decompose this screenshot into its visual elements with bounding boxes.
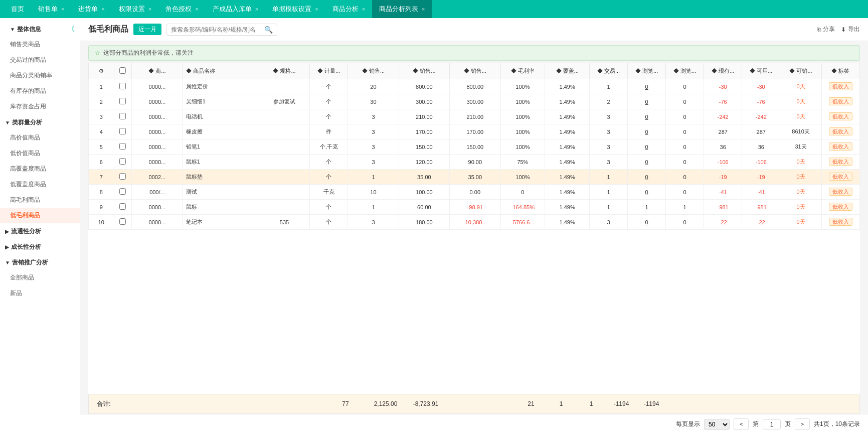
sidebar-item-high-value[interactable]: 高价值商品 — [0, 130, 80, 146]
sidebar-item-traded-goods[interactable]: 交易过的商品 — [0, 52, 80, 68]
nav-goods-analysis-list[interactable]: 商品分析列表 × — [372, 0, 432, 18]
row-browse1[interactable]: 0 — [628, 170, 666, 185]
th-settings[interactable]: ⚙ — [89, 63, 114, 79]
page-input[interactable] — [763, 419, 781, 429]
row-name: 鼠标垫 — [183, 170, 259, 185]
sidebar-group-cluster[interactable]: ▼ 类群量分析 — [0, 114, 80, 130]
row-browse1[interactable]: 0 — [628, 94, 666, 109]
th-sales-profit[interactable]: ◆ 销售... — [450, 63, 500, 79]
nav-close-goods-analysis[interactable]: × — [362, 0, 365, 18]
page-size-select[interactable]: 50 100 200 — [704, 419, 730, 430]
nav-template[interactable]: 单据模板设置 × — [265, 0, 325, 18]
th-sellable-days[interactable]: ◆ 可销... — [780, 63, 821, 79]
nav-close-permission[interactable]: × — [148, 0, 151, 18]
row-stock: 287 — [704, 124, 742, 139]
page-header: 低毛利商品 近一月 🔍 ⎗ 分享 ⬇ 导出 — [80, 18, 868, 41]
share-btn[interactable]: ⎗ 分享 — [817, 25, 835, 34]
row-browse1[interactable]: 0 — [628, 109, 666, 124]
row-code: 0000... — [132, 200, 183, 215]
row-checkbox[interactable] — [114, 155, 132, 170]
nav-sales-order[interactable]: 销售单 × — [31, 0, 71, 18]
sidebar-item-high-coverage[interactable]: 高覆盖度商品 — [0, 161, 80, 177]
row-sales-profit: 170.00 — [450, 124, 500, 139]
th-coverage[interactable]: ◆ 覆盖... — [545, 63, 590, 79]
page-title: 低毛利商品 — [88, 24, 128, 35]
row-trade: 2 — [590, 94, 628, 109]
th-browse2[interactable]: ◆ 浏览... — [666, 63, 704, 79]
row-checkbox[interactable] — [114, 185, 132, 200]
th-trade[interactable]: ◆ 交易... — [590, 63, 628, 79]
row-browse1[interactable]: 0 — [628, 185, 666, 200]
row-unit: 个 — [310, 170, 348, 185]
th-sales-amt[interactable]: ◆ 销售... — [399, 63, 449, 79]
nav-role-auth[interactable]: 角色授权 × — [158, 0, 205, 18]
row-browse1[interactable]: 0 — [628, 79, 666, 94]
row-browse2: 0 — [666, 170, 704, 185]
row-checkbox[interactable] — [114, 215, 132, 230]
sidebar-group-growth[interactable]: ▶ 成长性分析 — [0, 239, 80, 254]
row-browse1[interactable]: 0 — [628, 124, 666, 139]
nav-close-sales[interactable]: × — [61, 0, 64, 18]
th-checkbox[interactable] — [114, 63, 132, 79]
sidebar-item-all-goods[interactable]: 全部商品 — [0, 270, 80, 285]
row-profit-rate: -5766.6... — [500, 215, 545, 230]
nav-close-goods-list[interactable]: × — [422, 0, 425, 18]
nav-permission[interactable]: 权限设置 × — [112, 0, 158, 18]
row-browse1[interactable]: 1 — [628, 200, 666, 215]
nav-close-purchase[interactable]: × — [101, 0, 104, 18]
prev-page-btn[interactable]: ＜ — [734, 418, 749, 430]
sidebar-collapse-btn[interactable]: 《 — [66, 25, 77, 34]
select-all-checkbox[interactable] — [119, 67, 126, 74]
th-available[interactable]: ◆ 可用... — [742, 63, 780, 79]
sidebar-item-sales-goods[interactable]: 销售类商品 — [0, 37, 80, 52]
nav-product-inbound[interactable]: 产成品入库单 × — [206, 0, 265, 18]
next-page-btn[interactable]: ＞ — [795, 418, 810, 430]
row-browse1[interactable]: 0 — [628, 215, 666, 230]
sidebar-item-high-margin[interactable]: 高毛利商品 — [0, 192, 80, 208]
th-sales-qty[interactable]: ◆ 销售... — [348, 63, 399, 79]
row-checkbox[interactable] — [114, 79, 132, 94]
th-code[interactable]: ◆ 商... — [132, 63, 183, 79]
sidebar-group-circulation[interactable]: ▶ 流通性分析 — [0, 223, 80, 239]
row-checkbox[interactable] — [114, 200, 132, 215]
sidebar-item-low-margin[interactable]: 低毛利商品 — [0, 208, 80, 223]
th-spec[interactable]: ◆ 规格... — [259, 63, 309, 79]
nav-close-product[interactable]: × — [255, 0, 258, 18]
row-checkbox[interactable] — [114, 94, 132, 109]
search-input[interactable] — [171, 26, 261, 33]
search-icon[interactable]: 🔍 — [264, 26, 273, 34]
row-coverage: 1.49% — [545, 215, 590, 230]
data-table-container[interactable]: ⚙ ◆ 商... ◆ 商品名称 ◆ 规格... ◆ 计量... — [88, 63, 860, 394]
sidebar-item-category-rate[interactable]: 商品分类助销率 — [0, 68, 80, 83]
th-tag[interactable]: ◆ 标签 — [821, 63, 859, 79]
row-stock: -242 — [704, 109, 742, 124]
row-checkbox[interactable] — [114, 124, 132, 139]
th-profit-rate[interactable]: ◆ 毛利率 — [500, 63, 545, 79]
filter-period-btn[interactable]: 近一月 — [133, 24, 161, 35]
row-sales-amt: 35.00 — [399, 170, 449, 185]
nav-purchase-order[interactable]: 进货单 × — [71, 0, 111, 18]
sidebar-item-low-value[interactable]: 低价值商品 — [0, 146, 80, 161]
sidebar-item-low-coverage[interactable]: 低覆盖度商品 — [0, 177, 80, 192]
nav-close-template[interactable]: × — [315, 0, 318, 18]
th-browse1[interactable]: ◆ 浏览... — [628, 63, 666, 79]
row-checkbox[interactable] — [114, 109, 132, 124]
row-checkbox[interactable] — [114, 139, 132, 155]
sidebar-item-capital[interactable]: 库存资金占用 — [0, 99, 80, 114]
th-name[interactable]: ◆ 商品名称 — [183, 63, 259, 79]
row-browse1[interactable]: 0 — [628, 155, 666, 170]
th-stock[interactable]: ◆ 现有... — [704, 63, 742, 79]
nav-home[interactable]: 首页 — [4, 0, 31, 18]
sidebar-group-marketing[interactable]: ▼ 营销推广分析 — [0, 254, 80, 270]
th-unit[interactable]: ◆ 计量... — [310, 63, 348, 79]
sidebar-group-overall[interactable]: ▼ 整体信息 — [5, 21, 46, 37]
nav-goods-analysis[interactable]: 商品分析 × — [325, 0, 372, 18]
sidebar-item-in-stock[interactable]: 有库存的商品 — [0, 83, 80, 99]
export-btn[interactable]: ⬇ 导出 — [841, 25, 860, 34]
nav-close-role[interactable]: × — [195, 0, 198, 18]
sidebar-item-new-goods[interactable]: 新品 — [0, 285, 80, 301]
row-checkbox[interactable] — [114, 170, 132, 185]
row-browse1[interactable]: 0 — [628, 139, 666, 155]
row-sellable-days: 0天 — [780, 215, 821, 230]
share-icon: ⎗ — [817, 26, 821, 33]
